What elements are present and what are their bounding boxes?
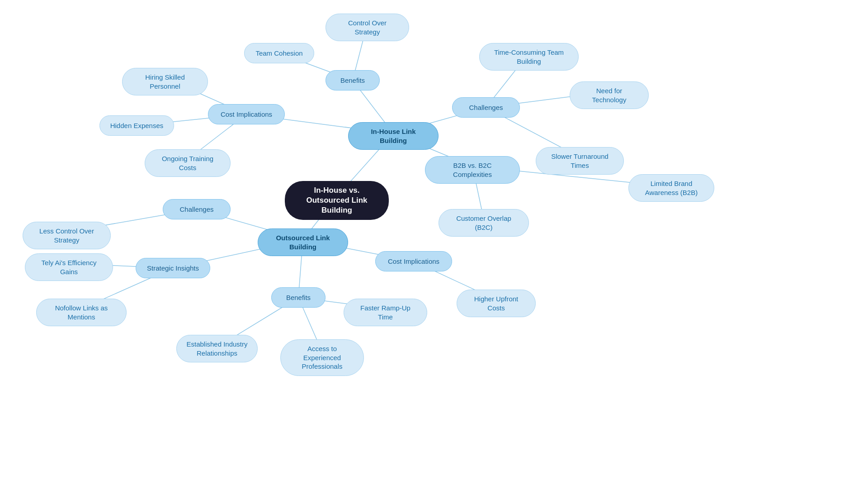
- node-control-strategy: Control Over Strategy: [326, 14, 409, 41]
- node-need-tech: Need for Technology: [570, 81, 649, 109]
- node-strategic-insights: Strategic Insights: [136, 258, 210, 278]
- node-nofollow: Nofollow Links as Mentions: [36, 299, 127, 326]
- node-team-cohesion: Team Cohesion: [244, 43, 314, 63]
- node-training-costs: Ongoing Training Costs: [145, 149, 231, 177]
- node-inhouse-b2b: B2B vs. B2C Complexities: [425, 156, 520, 184]
- node-higher-upfront: Higher Upfront Costs: [457, 290, 536, 317]
- node-hiring: Hiring Skilled Personnel: [122, 68, 208, 95]
- node-time-consuming: Time-Consuming Team Building: [479, 43, 579, 71]
- node-tely-ai: Tely Ai's Efficiency Gains: [25, 253, 113, 281]
- node-center: In-House vs. Outsourced Link Building: [285, 181, 389, 220]
- node-slower-turnaround: Slower Turnaround Times: [536, 147, 624, 175]
- node-limited-brand: Limited Brand Awareness (B2B): [628, 174, 714, 202]
- node-inhouse-benefits: Benefits: [326, 70, 380, 90]
- mind-map-container: In-House vs. Outsourced Link BuildingIn-…: [0, 0, 868, 490]
- node-out-benefits: Benefits: [271, 287, 326, 308]
- node-hidden-expenses: Hidden Expenses: [99, 115, 174, 136]
- node-outsourced: Outsourced Link Building: [258, 228, 348, 256]
- node-less-control: Less Control Over Strategy: [23, 222, 111, 249]
- node-customer-overlap: Customer Overlap (B2C): [439, 209, 529, 237]
- node-inhouse: In-House Link Building: [348, 122, 439, 150]
- node-inhouse-cost: Cost Implications: [208, 104, 285, 124]
- node-out-cost: Cost Implications: [375, 251, 452, 271]
- node-established: Established Industry Relationships: [176, 335, 258, 362]
- node-faster-rampup: Faster Ramp-Up Time: [344, 299, 427, 326]
- node-inhouse-challenges: Challenges: [452, 97, 520, 118]
- node-access-exp: Access to Experienced Professionals: [280, 339, 364, 376]
- node-out-challenges: Challenges: [163, 199, 231, 219]
